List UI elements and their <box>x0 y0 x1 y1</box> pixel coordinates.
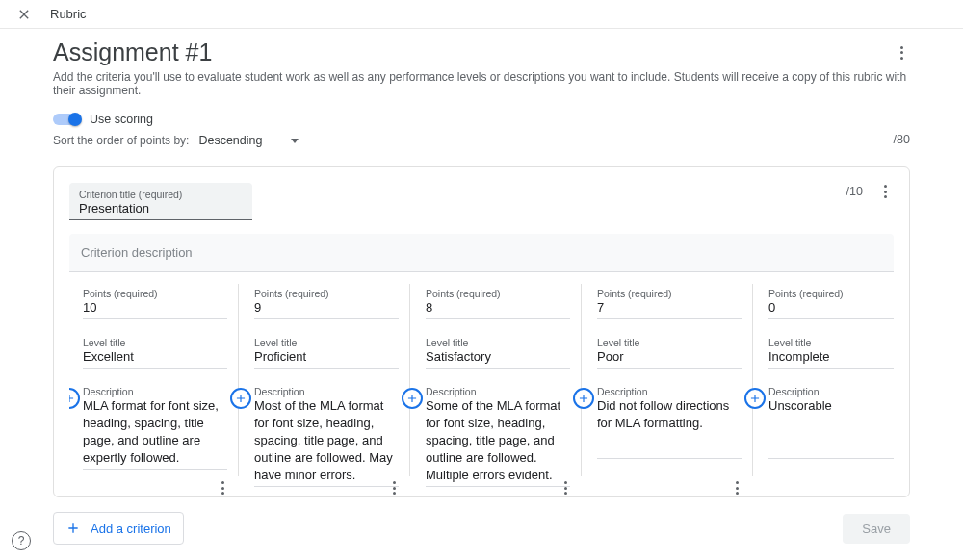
level-title-input[interactable]: Level title Poor <box>597 333 742 369</box>
level-more-button[interactable] <box>728 479 745 496</box>
page-more-button[interactable] <box>893 44 910 62</box>
plus-icon <box>65 521 81 536</box>
add-level-before-button[interactable] <box>402 388 423 409</box>
level-title-input[interactable]: Level title Excellent <box>83 333 227 369</box>
sort-order-select[interactable]: Descending <box>198 132 299 149</box>
level-points-input[interactable]: Points (required) 8 <box>426 284 570 319</box>
level-card: Points (required) 10 Level title Excelle… <box>69 284 239 496</box>
levels-scroller[interactable]: Points (required) 10 Level title Excelle… <box>69 284 894 496</box>
level-card: Points (required) 9 Level title Proficie… <box>241 284 410 496</box>
level-description-input[interactable]: Description Unscorable <box>768 382 894 459</box>
level-card: Points (required) 8 Level title Satisfac… <box>412 284 582 496</box>
level-title-input[interactable]: Level title Satisfactory <box>426 333 570 369</box>
add-level-before-button[interactable] <box>744 388 766 409</box>
use-scoring-toggle[interactable] <box>53 114 80 125</box>
level-description-input[interactable]: Description Some of the MLA format for f… <box>426 382 570 487</box>
help-icon[interactable]: ? <box>12 531 31 550</box>
criterion-title-label: Criterion title (required) <box>79 189 243 200</box>
add-criterion-button[interactable]: Add a criterion <box>53 512 184 545</box>
level-more-button[interactable] <box>214 479 231 496</box>
level-title-input[interactable]: Level title Proficient <box>254 333 399 369</box>
use-scoring-label: Use scoring <box>90 113 153 126</box>
top-bar: Rubric <box>0 0 963 29</box>
level-more-button[interactable] <box>385 479 403 496</box>
header-title: Rubric <box>50 7 87 21</box>
level-description-input[interactable]: Description MLA format for font size, he… <box>83 382 227 470</box>
add-criterion-label: Add a criterion <box>91 522 171 536</box>
criterion-card: Criterion title (required) Presentation … <box>53 166 910 497</box>
level-points-input[interactable]: Points (required) 7 <box>597 284 742 319</box>
chevron-down-icon <box>291 139 299 143</box>
page-description: Add the criteria you'll use to evaluate … <box>53 70 910 97</box>
level-title-input[interactable]: Level title Incomplete <box>768 333 894 369</box>
add-level-before-button[interactable] <box>69 388 80 409</box>
total-points: /80 <box>894 133 910 146</box>
criterion-description-input[interactable]: Criterion description <box>69 234 894 272</box>
level-points-input[interactable]: Points (required) 0 <box>768 284 894 319</box>
criterion-title-value: Presentation <box>79 200 243 217</box>
level-points-input[interactable]: Points (required) 10 <box>83 284 227 319</box>
add-level-before-button[interactable] <box>573 388 594 409</box>
criterion-more-button[interactable] <box>876 183 894 200</box>
page-title: Assignment #1 <box>53 38 893 66</box>
level-description-input[interactable]: Description Did not follow directions fo… <box>597 382 742 459</box>
add-level-before-button[interactable] <box>230 388 251 409</box>
save-button[interactable]: Save <box>843 514 910 544</box>
level-card: Points (required) 7 Level title Poor Des… <box>584 284 753 496</box>
level-points-input[interactable]: Points (required) 9 <box>254 284 399 319</box>
level-more-button[interactable] <box>557 479 574 496</box>
close-icon[interactable] <box>15 6 33 23</box>
sort-order-value: Descending <box>198 134 262 147</box>
sort-label: Sort the order of points by: <box>53 134 189 147</box>
level-description-input[interactable]: Description Most of the MLA format for f… <box>254 382 399 487</box>
level-card: Points (required) 0 Level title Incomple… <box>755 284 894 496</box>
criterion-title-input[interactable]: Criterion title (required) Presentation <box>69 183 252 220</box>
criterion-points: /10 <box>846 185 863 198</box>
